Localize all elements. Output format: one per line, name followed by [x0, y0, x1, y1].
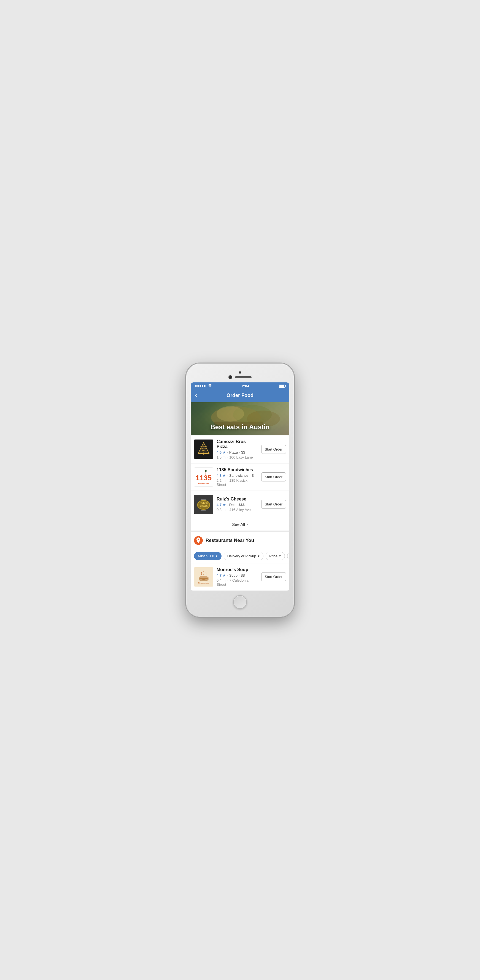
status-time: 2:04 [242, 384, 249, 388]
phone-frame: 2:04 ‹ Order Food [186, 364, 294, 617]
signal-dot-4 [202, 385, 203, 387]
open-filter-button[interactable]: Ope... [287, 552, 289, 560]
address-sandwiches: 2.2 mi · 135 Kissick Street [217, 479, 258, 487]
cuisine-ruiz: Deli [229, 503, 235, 507]
top-restaurants-list: CAMOZZI BRO'S PIZZA Camozzi Bros Pizza 4… [191, 435, 289, 532]
wifi-icon [208, 384, 212, 388]
restaurant-name-sandwiches: 1135 Sandwiches [217, 468, 258, 473]
page-title: Order Food [195, 393, 285, 398]
cuisine-monroe: Soup [229, 573, 238, 578]
see-all-label: See All [232, 522, 245, 527]
delivery-filter-chevron-icon: ▼ [257, 555, 260, 558]
restaurant-info-monroe: Monroe's Soup 4.7 ★ · Soup · $$ 0.4 mi ·… [217, 567, 258, 587]
price-filter-label: Price [269, 554, 277, 558]
price-monroe: $$ [241, 573, 245, 578]
price-sandwiches: $ [252, 473, 253, 477]
svg-text:- - - - -: - - - - - [201, 509, 206, 511]
hero-text: Best eats in Austin [210, 423, 269, 431]
battery-icon [279, 385, 285, 388]
phone-top [191, 369, 289, 382]
restaurant-logo-camozzi: CAMOZZI BRO'S PIZZA [194, 439, 213, 459]
status-right [279, 385, 285, 388]
price-camozzi: $$ [241, 450, 245, 454]
svg-text:Monroe's soup: Monroe's soup [198, 582, 209, 584]
location-icon [194, 536, 203, 545]
front-camera [228, 375, 232, 379]
signal-dot-2 [197, 385, 199, 387]
svg-text:PIZZA: PIZZA [202, 450, 206, 452]
signal-dot-1 [195, 385, 197, 387]
star-icon-monroe: ★ [223, 573, 226, 578]
restaurant-meta-camozzi: 4.6 ★ · Pizza · $$ [217, 450, 258, 454]
restaurant-logo-monroe: Monroe's soup [194, 567, 213, 587]
restaurant-info-sandwiches: 1135 Sandwiches 4.8 ★ · Sandwiches · $ 2… [217, 468, 258, 487]
svg-point-3 [217, 406, 244, 422]
rating-sandwiches: 4.8 [217, 473, 222, 477]
nearby-title: Restaurants Near You [206, 538, 254, 543]
star-icon-ruiz: ★ [223, 503, 226, 507]
back-button[interactable]: ‹ [195, 392, 197, 399]
star-icon-sandwiches: ★ [223, 473, 226, 477]
address-monroe: 0.4 mi · 7 Caledonia Street [217, 578, 258, 587]
svg-text:- - - - -: - - - - - [201, 498, 206, 500]
restaurant-item-sandwiches: 1135 sandwiches 1135 Sandwiches 4.8 ★ · … [191, 463, 289, 491]
restaurant-name-monroe: Monroe's Soup [217, 567, 258, 572]
nearby-header: Restaurants Near You [191, 532, 289, 549]
restaurant-item-camozzi: CAMOZZI BRO'S PIZZA Camozzi Bros Pizza 4… [191, 435, 289, 463]
front-sensor [239, 371, 241, 374]
start-order-button-ruiz[interactable]: Start Order [261, 500, 286, 509]
price-filter-chevron-icon: ▼ [279, 555, 281, 558]
see-all-button[interactable]: See All › [191, 518, 289, 532]
location-filter-button[interactable]: Austin, TX ▼ [194, 552, 222, 560]
nearby-section: Restaurants Near You Austin, TX ▼ Delive… [191, 532, 289, 591]
cuisine-sandwiches: Sandwiches [229, 473, 249, 477]
speaker [235, 376, 252, 378]
star-icon-camozzi: ★ [223, 450, 226, 454]
svg-text:CAMOZZI: CAMOZZI [201, 445, 207, 447]
restaurant-logo-ruiz: RUIZ'S CHEESE - - - - - - - - - - [194, 495, 213, 514]
address-camozzi: 1.5 mi · 100 Lazy Lane [217, 455, 258, 460]
phone-screen: 2:04 ‹ Order Food [191, 382, 289, 591]
address-ruiz: 0.8 mi · 416 Alley Ave [217, 508, 258, 512]
home-button[interactable] [233, 595, 247, 609]
nav-bar: ‹ Order Food [191, 390, 289, 402]
signal-dots [195, 385, 206, 387]
rating-camozzi: 4.6 [217, 450, 222, 454]
start-order-button-camozzi[interactable]: Start Order [261, 445, 286, 454]
price-filter-button[interactable]: Price ▼ [266, 552, 285, 560]
location-filter-chevron-icon: ▼ [215, 555, 218, 558]
filter-row: Austin, TX ▼ Delivery or Pickup ▼ Price … [191, 549, 289, 563]
rating-monroe: 4.7 [217, 573, 222, 578]
svg-text:RUIZ'S: RUIZ'S [200, 501, 208, 504]
restaurant-item-ruiz: RUIZ'S CHEESE - - - - - - - - - - Ruiz's… [191, 491, 289, 518]
svg-text:1135: 1135 [196, 474, 212, 482]
restaurant-meta-sandwiches: 4.8 ★ · Sandwiches · $ [217, 473, 258, 477]
camera-row [228, 375, 252, 379]
signal-dot-5 [204, 385, 206, 387]
svg-text:CHEESE: CHEESE [200, 505, 208, 507]
rating-ruiz: 4.7 [217, 503, 222, 507]
restaurant-name-ruiz: Ruiz's Cheese [217, 496, 258, 501]
restaurant-name-camozzi: Camozzi Bros Pizza [217, 439, 258, 449]
restaurant-logo-sandwiches: 1135 sandwiches [194, 468, 213, 487]
status-left [195, 384, 212, 388]
restaurant-info-camozzi: Camozzi Bros Pizza 4.6 ★ · Pizza · $$ 1.… [217, 439, 258, 460]
start-order-button-monroe[interactable]: Start Order [261, 572, 286, 581]
svg-text:BRO'S: BRO'S [201, 447, 206, 449]
status-bar: 2:04 [191, 382, 289, 390]
phone-bottom [191, 591, 289, 611]
battery-fill [279, 385, 284, 387]
delivery-filter-label: Delivery or Pickup [227, 554, 256, 558]
restaurant-meta-ruiz: 4.7 ★ · Deli · $$$ [217, 503, 258, 507]
restaurant-meta-monroe: 4.7 ★ · Soup · $$ [217, 573, 258, 578]
start-order-button-sandwiches[interactable]: Start Order [261, 473, 286, 482]
svg-point-15 [205, 470, 207, 472]
signal-dot-3 [200, 385, 201, 387]
delivery-filter-button[interactable]: Delivery or Pickup ▼ [224, 552, 264, 560]
restaurant-info-ruiz: Ruiz's Cheese 4.7 ★ · Deli · $$$ 0.8 mi … [217, 496, 258, 512]
price-ruiz: $$$ [239, 503, 245, 507]
see-all-chevron-icon: › [247, 522, 248, 527]
hero-banner: Best eats in Austin [191, 402, 289, 435]
cuisine-camozzi: Pizza [229, 450, 238, 454]
location-filter-label: Austin, TX [198, 554, 214, 558]
